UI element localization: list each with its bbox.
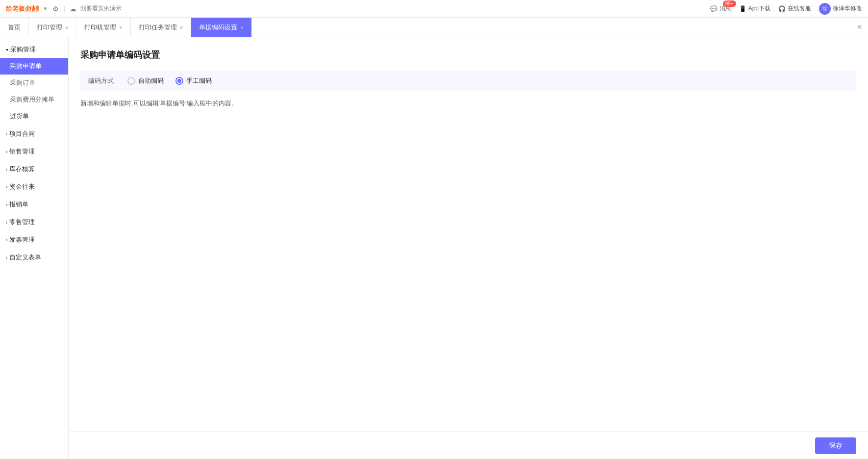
tab-barcode-setting-label: 单据编码设置	[199, 23, 237, 32]
radio-manual[interactable]: 手工编码	[175, 76, 212, 85]
sidebar-item-purchase-order[interactable]: 采购订单	[0, 75, 68, 91]
cloud-icon: ☁	[70, 5, 76, 13]
sidebar-item-purchase-apply[interactable]: 采购申请单	[0, 58, 68, 75]
invoice-arrow: ›	[6, 237, 7, 243]
form-row-encoding: 编码方式 自动编码 手工编码	[80, 71, 856, 91]
finance-group-label: 资金往来	[9, 182, 35, 191]
radio-auto-label: 自动编码	[138, 76, 164, 85]
sales-group-label: 销售管理	[9, 147, 35, 156]
sidebar-group-finance: › 资金往来	[0, 178, 68, 195]
settings-icon[interactable]: ⚙	[51, 4, 60, 13]
sidebar-item-purchase-apply-label: 采购申请单	[10, 62, 42, 70]
app-download-btn[interactable]: 📱 App下载	[739, 4, 770, 13]
radio-auto[interactable]: 自动编码	[127, 76, 164, 85]
sidebar-group-sales-title[interactable]: › 销售管理	[0, 143, 68, 160]
sidebar-item-purchase-order-label: 采购订单	[10, 79, 35, 86]
radio-auto-circle[interactable]	[127, 77, 135, 85]
retail-group-label: 零售管理	[9, 218, 35, 227]
sidebar-group-retail: › 零售管理	[0, 214, 68, 230]
avatar: 徐	[819, 3, 831, 15]
sidebar-group-inventory: › 库存核算	[0, 161, 68, 178]
sidebar-group-return-title[interactable]: › 报销单	[0, 196, 68, 213]
tab-print-task-close[interactable]: ×	[180, 25, 183, 30]
notification-btn[interactable]: 💬 消息 99+	[710, 4, 731, 13]
tab-bar: 首页 打印管理 × 打印机管理 × 打印任务管理 × 单据编码设置 × ×	[0, 18, 868, 37]
sidebar-group-inventory-title[interactable]: › 库存核算	[0, 161, 68, 178]
custom-arrow: ›	[6, 255, 7, 260]
sidebar-group-custom: › 自定义表单	[0, 249, 68, 266]
username: 徐泽华修改	[833, 4, 862, 13]
return-arrow: ›	[6, 202, 7, 207]
sidebar-item-purchase-expense-label: 采购费用分摊单	[10, 96, 54, 103]
tab-print-task-label: 打印任务管理	[139, 23, 177, 32]
sidebar-group-custom-title[interactable]: › 自定义表单	[0, 249, 68, 266]
sidebar-group-invoice: › 发票管理	[0, 231, 68, 248]
online-service-btn[interactable]: 🎧 在线客服	[778, 4, 811, 13]
tab-barcode-setting[interactable]: 单据编码设置 ×	[191, 18, 251, 37]
project-arrow: ›	[6, 131, 7, 137]
finance-arrow: ›	[6, 184, 7, 190]
tab-printer-manage-label: 打印机管理	[84, 23, 116, 32]
sidebar-group-purchase: ▾ 采购管理 采购申请单 采购订单 采购费用分摊单 进货单	[0, 41, 68, 125]
sidebar-item-goods-in[interactable]: 进货单	[0, 108, 68, 125]
headset-icon: 🎧	[778, 5, 786, 12]
sidebar-group-finance-title[interactable]: › 资金往来	[0, 178, 68, 195]
dropdown-icon[interactable]: ▾	[44, 5, 47, 12]
sidebar-item-goods-in-label: 进货单	[10, 112, 29, 120]
tab-home-label: 首页	[8, 23, 21, 32]
divider: |	[64, 5, 65, 12]
project-group-label: 项目合同	[9, 129, 35, 138]
sales-arrow: ›	[6, 149, 7, 154]
sidebar-item-purchase-expense[interactable]: 采购费用分摊单	[0, 91, 68, 108]
sidebar-group-return: › 报销单	[0, 196, 68, 213]
top-bar-left: 给老板勿割! ▾ ⚙ | ☁ 我要看实例演示	[6, 4, 122, 13]
sidebar: ▾ 采购管理 采购申请单 采购订单 采购费用分摊单 进货单 › 项目合同	[0, 37, 69, 459]
tab-printer-manage[interactable]: 打印机管理 ×	[76, 18, 130, 37]
purchase-arrow: ▾	[6, 47, 8, 52]
save-button[interactable]: 保存	[815, 437, 856, 454]
page-title: 采购申请单编码设置	[80, 49, 856, 61]
retail-arrow: ›	[6, 220, 7, 225]
sidebar-group-purchase-title[interactable]: ▾ 采购管理	[0, 41, 68, 58]
user-profile-btn[interactable]: 徐 徐泽华修改	[819, 3, 862, 15]
inventory-group-label: 库存核算	[9, 165, 35, 174]
radio-manual-label: 手工编码	[186, 76, 212, 85]
tab-home[interactable]: 首页	[0, 18, 29, 37]
top-bar: 给老板勿割! ▾ ⚙ | ☁ 我要看实例演示 💬 消息 99+ 📱 App下载 …	[0, 0, 868, 18]
sidebar-group-project: › 项目合同	[0, 126, 68, 142]
main-layout: ▾ 采购管理 采购申请单 采购订单 采购费用分摊单 进货单 › 项目合同	[0, 37, 868, 459]
inventory-arrow: ›	[6, 167, 7, 172]
tab-barcode-setting-close[interactable]: ×	[240, 25, 243, 30]
tab-print-manage-label: 打印管理	[37, 23, 62, 32]
app-download-label: App下载	[748, 4, 770, 13]
sidebar-group-invoice-title[interactable]: › 发票管理	[0, 231, 68, 248]
invoice-group-label: 发票管理	[9, 235, 35, 244]
return-group-label: 报销单	[9, 200, 28, 209]
hint-text: 新增和编辑单据时,可以编辑'单据编号'输入框中的内容。	[80, 99, 856, 108]
sidebar-group-project-title[interactable]: › 项目合同	[0, 126, 68, 142]
purchase-group-label: 采购管理	[10, 45, 36, 54]
custom-group-label: 自定义表单	[9, 253, 41, 262]
tab-printer-manage-close[interactable]: ×	[119, 25, 122, 30]
radio-manual-circle[interactable]	[175, 77, 183, 85]
radio-group-encoding: 自动编码 手工编码	[127, 76, 212, 85]
content-body: 采购申请单编码设置 编码方式 自动编码 手工编码 新增和编辑单据时,可以编辑'单…	[69, 37, 868, 432]
form-label-encoding: 编码方式	[88, 76, 127, 85]
tab-bar-close[interactable]: ×	[851, 22, 868, 32]
message-icon: 💬	[710, 5, 718, 12]
phone-icon: 📱	[739, 5, 746, 12]
tab-print-manage[interactable]: 打印管理 ×	[29, 18, 76, 37]
tab-print-manage-close[interactable]: ×	[65, 25, 68, 30]
logo-text: 给老板勿割!	[6, 4, 40, 13]
content: 采购申请单编码设置 编码方式 自动编码 手工编码 新增和编辑单据时,可以编辑'单…	[69, 37, 868, 459]
tab-print-task[interactable]: 打印任务管理 ×	[131, 18, 191, 37]
top-bar-right: 💬 消息 99+ 📱 App下载 🎧 在线客服 徐 徐泽华修改	[710, 3, 862, 15]
online-service-label: 在线客服	[788, 4, 811, 13]
content-footer: 保存	[69, 432, 868, 459]
sidebar-group-sales: › 销售管理	[0, 143, 68, 160]
search-placeholder-text[interactable]: 我要看实例演示	[80, 4, 122, 13]
sidebar-group-retail-title[interactable]: › 零售管理	[0, 214, 68, 230]
notification-count: 99+	[723, 0, 736, 7]
